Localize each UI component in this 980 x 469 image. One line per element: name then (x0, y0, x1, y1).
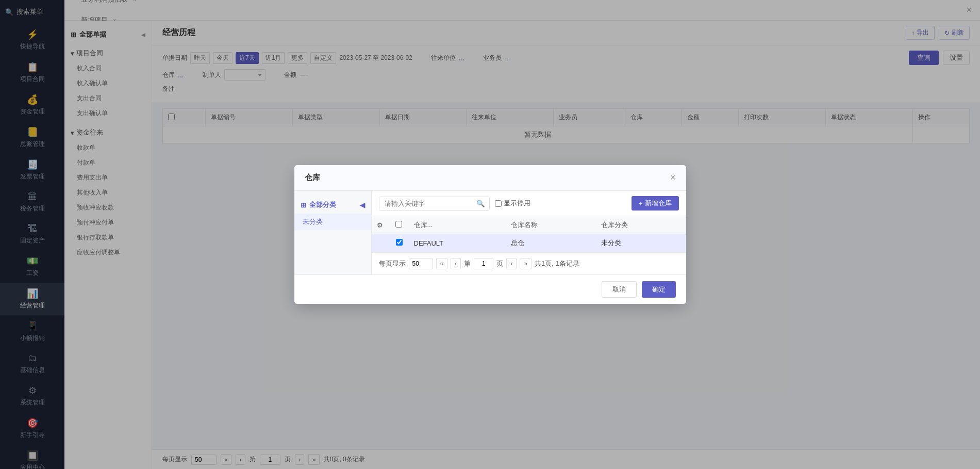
modal-body: ⊞ 全部分类 ◀ 未分类 🔍 显示停用 (294, 191, 686, 274)
grid-small-icon: ⊞ (301, 201, 306, 209)
modal-header: 仓库 × (294, 165, 686, 191)
modal-page-label: 第 (464, 259, 471, 268)
modal-table-wrap: ⚙ 仓库... 仓库名称 仓库分类 DEFAULT 总仓 未分类 (372, 216, 686, 252)
col-setting: ⚙ (372, 216, 390, 234)
row-code: DEFAULT (409, 234, 506, 252)
row-checkbox[interactable] (396, 239, 403, 246)
modal-left-panel: ⊞ 全部分类 ◀ 未分类 (294, 191, 372, 274)
modal-table-row[interactable]: DEFAULT 总仓 未分类 (372, 234, 686, 252)
add-warehouse-label: 新增仓库 (645, 199, 672, 208)
modal-search-button[interactable]: 🔍 (472, 197, 489, 210)
add-warehouse-button[interactable]: + 新增仓库 (632, 196, 679, 211)
modal-search-box: 🔍 (379, 197, 490, 211)
modal-all-categories[interactable]: ⊞ 全部分类 ◀ (294, 196, 371, 214)
category-unclassified[interactable]: 未分类 (294, 214, 371, 230)
row-check (390, 234, 409, 252)
modal-last-page[interactable]: » (520, 258, 531, 269)
modal-right-panel: 🔍 显示停用 + 新增仓库 (372, 191, 686, 274)
collapse-left-icon[interactable]: ◀ (360, 201, 365, 209)
modal-total-label: 共1页, 1条记录 (535, 259, 579, 268)
show-disabled-label: 显示停用 (504, 199, 530, 208)
modal-confirm-button[interactable]: 确定 (642, 281, 676, 298)
modal-prev-page[interactable]: ‹ (451, 258, 461, 269)
col-category-header: 仓库分类 (596, 216, 686, 234)
select-all-checkbox[interactable] (395, 221, 402, 228)
modal-table-body: DEFAULT 总仓 未分类 (372, 234, 686, 252)
modal-cancel-button[interactable]: 取消 (602, 281, 637, 298)
show-disabled-checkbox-label[interactable]: 显示停用 (495, 199, 530, 208)
modal-page-size-select[interactable]: 50 100 (409, 258, 433, 269)
modal-page-input[interactable] (474, 258, 493, 269)
modal-page-size-label: 每页显示 (379, 259, 406, 268)
modal-title: 仓库 (305, 173, 320, 183)
warehouse-modal: 仓库 × ⊞ 全部分类 ◀ 未分类 🔍 (294, 165, 686, 304)
col-name-header: 仓库名称 (506, 216, 596, 234)
modal-table-header-row: ⚙ 仓库... 仓库名称 仓库分类 (372, 216, 686, 234)
modal-warehouse-table: ⚙ 仓库... 仓库名称 仓库分类 DEFAULT 总仓 未分类 (372, 216, 686, 252)
modal-close-btn[interactable]: × (670, 172, 676, 183)
modal-search-input[interactable] (379, 197, 472, 210)
row-name: 总仓 (506, 234, 596, 252)
col-code-header: 仓库... (409, 216, 506, 234)
modal-first-page[interactable]: « (436, 258, 448, 269)
row-category: 未分类 (596, 234, 686, 252)
modal-pagination: 每页显示 50 100 « ‹ 第 页 › » 共1页, 1条记录 (372, 252, 686, 274)
modal-overlay: 仓库 × ⊞ 全部分类 ◀ 未分类 🔍 (0, 0, 980, 469)
row-setting (372, 234, 390, 252)
all-categories-label: 全部分类 (309, 200, 336, 209)
show-disabled-checkbox[interactable] (495, 200, 502, 207)
modal-toolbar: 🔍 显示停用 + 新增仓库 (372, 191, 686, 216)
col-check (390, 216, 409, 234)
modal-page-unit: 页 (496, 259, 503, 268)
modal-footer: 取消 确定 (294, 274, 686, 304)
plus-icon: + (639, 200, 643, 207)
modal-next-page[interactable]: › (506, 258, 517, 269)
